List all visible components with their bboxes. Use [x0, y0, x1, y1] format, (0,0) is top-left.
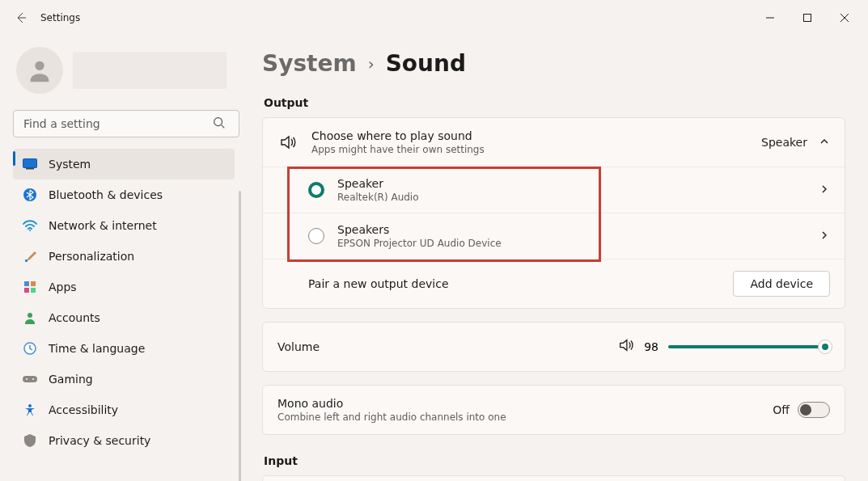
account-name-placeholder	[73, 52, 227, 89]
active-indicator	[13, 151, 15, 166]
sidebar-item-label: Personalization	[49, 250, 134, 263]
sidebar-item-apps[interactable]: Apps	[13, 272, 235, 302]
avatar	[16, 47, 63, 94]
wifi-icon	[23, 220, 37, 231]
search-input[interactable]	[13, 110, 239, 137]
speaker-icon	[277, 133, 299, 151]
svg-rect-0	[804, 15, 811, 22]
svg-rect-11	[31, 288, 36, 293]
mono-toggle[interactable]	[798, 402, 830, 418]
output-device-option[interactable]: Speaker Realtek(R) Audio	[263, 167, 845, 213]
sidebar-item-label: Accounts	[49, 311, 100, 324]
close-button[interactable]	[826, 5, 863, 31]
sidebar-item-personalization[interactable]: Personalization	[13, 241, 235, 272]
sidebar-item-network[interactable]: Network & internet	[13, 210, 235, 241]
breadcrumb: System › Sound	[262, 50, 845, 77]
svg-rect-7	[25, 259, 28, 262]
chevron-up-icon	[819, 136, 830, 150]
sidebar-item-label: Network & internet	[49, 219, 157, 232]
minimize-button[interactable]	[752, 5, 789, 31]
sidebar-item-accounts[interactable]: Accounts	[13, 302, 235, 333]
sidebar-item-system[interactable]: System	[13, 149, 235, 179]
person-icon	[23, 311, 37, 324]
svg-point-12	[28, 313, 32, 318]
accessibility-icon	[23, 403, 37, 416]
section-output-label: Output	[264, 96, 845, 109]
svg-rect-10	[24, 288, 29, 293]
page-title: Sound	[386, 50, 466, 77]
search-box[interactable]	[13, 110, 235, 137]
search-icon	[212, 116, 227, 133]
sidebar-item-label: Bluetooth & devices	[49, 188, 163, 201]
device-name: Speakers	[337, 223, 502, 236]
sidebar-scrollbar[interactable]	[239, 191, 241, 481]
sidebar-item-gaming[interactable]: Gaming	[13, 364, 235, 395]
bluetooth-icon	[23, 188, 37, 201]
volume-slider[interactable]	[668, 339, 830, 355]
svg-rect-14	[23, 376, 37, 382]
account-block[interactable]	[13, 36, 235, 108]
sidebar-item-privacy[interactable]: Privacy & security	[13, 425, 235, 456]
add-device-button[interactable]: Add device	[733, 271, 830, 297]
system-icon	[23, 158, 37, 170]
output-chooser-subtitle: Apps might have their own settings	[311, 144, 485, 155]
volume-value: 98	[644, 340, 658, 353]
chevron-right-icon[interactable]	[819, 183, 830, 198]
sidebar-item-label: System	[49, 158, 91, 171]
device-desc: Realtek(R) Audio	[337, 192, 419, 203]
chevron-right-icon: ›	[368, 54, 375, 74]
pair-label: Pair a new output device	[308, 277, 449, 290]
output-chooser-title: Choose where to play sound	[311, 129, 485, 142]
chevron-right-icon[interactable]	[819, 229, 830, 244]
svg-point-2	[214, 118, 222, 126]
back-button[interactable]	[8, 5, 34, 31]
mono-state: Off	[773, 403, 790, 416]
device-name: Speaker	[337, 177, 419, 190]
window-title: Settings	[40, 12, 80, 23]
brush-icon	[23, 250, 37, 263]
sidebar-item-time-language[interactable]: Time & language	[13, 333, 235, 364]
svg-rect-4	[26, 168, 34, 170]
sidebar-item-bluetooth[interactable]: Bluetooth & devices	[13, 179, 235, 210]
output-chooser-header[interactable]: Choose where to play sound Apps might ha…	[263, 118, 845, 167]
clock-icon	[23, 342, 37, 355]
gamepad-icon	[23, 374, 37, 384]
volume-row: Volume 98	[263, 323, 845, 371]
mono-subtitle: Combine left and right audio channels in…	[277, 411, 506, 423]
section-input-label: Input	[264, 454, 845, 467]
device-desc: EPSON Projector UD Audio Device	[337, 238, 502, 249]
mono-title: Mono audio	[277, 397, 506, 410]
svg-point-17	[28, 404, 32, 407]
sidebar-item-label: Gaming	[49, 373, 93, 386]
apps-icon	[23, 281, 37, 293]
svg-point-1	[35, 61, 44, 70]
radio-unselected[interactable]	[308, 228, 324, 244]
output-device-option[interactable]: Speakers EPSON Projector UD Audio Device	[263, 213, 845, 259]
sidebar-item-label: Apps	[49, 281, 77, 293]
sidebar-item-label: Time & language	[49, 342, 145, 355]
svg-point-6	[29, 230, 31, 231]
shield-icon	[23, 434, 37, 447]
svg-rect-9	[31, 281, 36, 286]
svg-point-16	[32, 378, 34, 380]
radio-selected[interactable]	[308, 182, 324, 198]
maximize-button[interactable]	[789, 5, 826, 31]
svg-rect-8	[24, 281, 29, 286]
volume-label: Volume	[277, 340, 320, 353]
sidebar-item-label: Privacy & security	[49, 434, 150, 447]
speaker-icon[interactable]	[618, 337, 634, 357]
svg-point-15	[26, 378, 28, 380]
sidebar-item-accessibility[interactable]: Accessibility	[13, 395, 235, 425]
svg-rect-3	[23, 159, 37, 168]
mono-audio-row: Mono audio Combine left and right audio …	[263, 386, 845, 434]
sidebar-item-label: Accessibility	[49, 403, 118, 416]
breadcrumb-parent[interactable]: System	[262, 50, 357, 77]
output-chooser-value: Speaker	[761, 136, 807, 149]
